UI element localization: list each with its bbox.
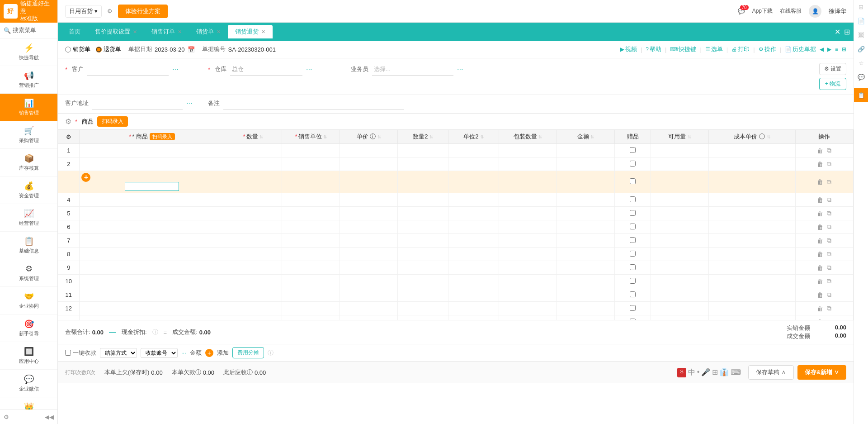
available-cell-3[interactable] bbox=[651, 171, 709, 193]
copy-row-6[interactable]: ⧉ bbox=[827, 223, 831, 231]
gift-cell-6[interactable] bbox=[615, 220, 651, 234]
gift-cell-3[interactable] bbox=[615, 171, 651, 193]
available-cell-4[interactable] bbox=[651, 193, 709, 207]
sidebar-item-enterprise[interactable]: 🤝企业协同 bbox=[0, 287, 57, 314]
qty-cell-8[interactable] bbox=[224, 248, 282, 261]
unit2-cell-10[interactable] bbox=[448, 275, 499, 288]
address-ellipsis-btn[interactable]: ··· bbox=[186, 99, 192, 107]
copy-row-7[interactable]: ⧉ bbox=[827, 237, 831, 244]
qty-cell-1[interactable] bbox=[224, 144, 282, 157]
amount-cell-5[interactable] bbox=[557, 207, 615, 220]
unit-cell-1[interactable] bbox=[282, 144, 340, 157]
price-cell-7[interactable] bbox=[340, 234, 398, 248]
product-cell-7[interactable] bbox=[80, 234, 224, 248]
cost-cell-1[interactable] bbox=[708, 144, 795, 157]
unit2-cell-8[interactable] bbox=[448, 248, 499, 261]
col-gear[interactable]: ⚙ bbox=[58, 130, 80, 144]
qty2-cell-4[interactable] bbox=[398, 193, 448, 207]
account-select[interactable]: 收款账号 bbox=[141, 348, 178, 358]
minus-icon[interactable]: — bbox=[109, 328, 116, 336]
product-cell-4[interactable] bbox=[80, 193, 224, 207]
delete-row-10[interactable]: 🗑 bbox=[817, 277, 823, 285]
packqty-cell-12[interactable] bbox=[499, 302, 557, 315]
amount-cell-3[interactable] bbox=[557, 171, 615, 193]
address-input[interactable] bbox=[92, 97, 183, 110]
copy-row-12[interactable]: ⧉ bbox=[827, 305, 831, 312]
packqty-cell-2[interactable] bbox=[499, 157, 557, 171]
amount-cell-9[interactable] bbox=[557, 261, 615, 275]
close-tab-sales-return[interactable]: ✕ bbox=[261, 29, 265, 35]
price-cell-10[interactable] bbox=[340, 275, 398, 288]
taskbar-icon6[interactable]: ⌨ bbox=[731, 368, 741, 377]
save-draft-btn[interactable]: 保存草稿 ∧ bbox=[748, 365, 794, 380]
tab-home[interactable]: 首页 bbox=[61, 25, 88, 38]
cost-cell-4[interactable] bbox=[708, 193, 795, 207]
cost-cell-13[interactable] bbox=[708, 315, 795, 320]
copy-row-1[interactable]: ⧉ bbox=[827, 147, 831, 154]
unit2-cell-5[interactable] bbox=[448, 207, 499, 220]
product-cell-3[interactable]: + bbox=[80, 171, 224, 193]
unit2-cell-13[interactable] bbox=[448, 315, 499, 320]
packqty-cell-11[interactable] bbox=[499, 288, 557, 302]
price-cell-6[interactable] bbox=[340, 220, 398, 234]
sidebar-item-quick-nav[interactable]: ⚡快捷导航 bbox=[0, 38, 57, 66]
next-btn[interactable]: ▶ bbox=[827, 46, 831, 52]
delete-row-3[interactable]: 🗑 bbox=[817, 178, 823, 186]
unit-cell-7[interactable] bbox=[282, 234, 340, 248]
copy-row-10[interactable]: ⧉ bbox=[827, 277, 831, 285]
rp-icon-2[interactable]: 📄 bbox=[858, 18, 865, 24]
delete-row-2[interactable]: 🗑 bbox=[817, 160, 823, 168]
price-cell-5[interactable] bbox=[340, 207, 398, 220]
qty2-cell-10[interactable] bbox=[398, 275, 448, 288]
delete-row-4[interactable]: 🗑 bbox=[817, 196, 823, 204]
available-cell-1[interactable] bbox=[651, 144, 709, 157]
sidebar-item-wechat[interactable]: 💬企业微信 bbox=[0, 370, 57, 397]
customer-ellipsis-btn[interactable]: ··· bbox=[172, 65, 178, 73]
price-cell-2[interactable] bbox=[340, 157, 398, 171]
qty-cell-9[interactable] bbox=[224, 261, 282, 275]
delete-row-5[interactable]: 🗑 bbox=[817, 210, 823, 217]
scan-btn[interactable]: 扫码录入 bbox=[97, 116, 128, 127]
tab-sales-delivery[interactable]: 销货单 ✕ bbox=[189, 25, 228, 38]
amount-cell-6[interactable] bbox=[557, 220, 615, 234]
gift-cell-10[interactable] bbox=[615, 275, 651, 288]
available-cell-8[interactable] bbox=[651, 248, 709, 261]
salesperson-ellipsis-btn[interactable]: ··· bbox=[457, 65, 463, 73]
amount-cell-4[interactable] bbox=[557, 193, 615, 207]
amount-cell-13[interactable] bbox=[557, 315, 615, 320]
sidebar-item-marketing[interactable]: 📢营销推广 bbox=[0, 66, 57, 94]
rp-icon-3[interactable]: 🖼 bbox=[858, 32, 864, 38]
amount-cell-10[interactable] bbox=[557, 275, 615, 288]
rp-icon-5[interactable]: ☆ bbox=[859, 60, 864, 67]
sidebar-item-sales[interactable]: 📊销售管理 bbox=[0, 94, 57, 121]
copy-row-4[interactable]: ⧉ bbox=[827, 196, 831, 204]
available-cell-5[interactable] bbox=[651, 207, 709, 220]
qty-cell-11[interactable] bbox=[224, 288, 282, 302]
amount-cell-7[interactable] bbox=[557, 234, 615, 248]
maximize-tab[interactable]: ⊞ bbox=[844, 28, 850, 36]
product-cell-9[interactable] bbox=[80, 261, 224, 275]
packqty-cell-6[interactable] bbox=[499, 220, 557, 234]
unit2-cell-9[interactable] bbox=[448, 261, 499, 275]
close-tab-price-settings[interactable]: ✕ bbox=[133, 29, 137, 35]
qty-cell-5[interactable] bbox=[224, 207, 282, 220]
unit-cell-3[interactable] bbox=[282, 171, 340, 193]
taskbar-icon5[interactable]: 👔 bbox=[720, 368, 729, 377]
amount-cell-1[interactable] bbox=[557, 144, 615, 157]
message-btn[interactable]: 💬 70 bbox=[738, 8, 745, 14]
delete-row-7[interactable]: 🗑 bbox=[817, 237, 823, 244]
qty2-cell-3[interactable] bbox=[398, 171, 448, 193]
unit-cell-6[interactable] bbox=[282, 220, 340, 234]
calendar-icon[interactable]: 📅 bbox=[188, 46, 195, 53]
delete-row-6[interactable]: 🗑 bbox=[817, 223, 823, 231]
qty2-cell-11[interactable] bbox=[398, 288, 448, 302]
product-cell-11[interactable] bbox=[80, 288, 224, 302]
qty-cell-12[interactable] bbox=[224, 302, 282, 315]
sidebar-item-operations[interactable]: 📈经营管理 bbox=[0, 204, 57, 232]
cost-cell-7[interactable] bbox=[708, 234, 795, 248]
product-cell-6[interactable] bbox=[80, 220, 224, 234]
taskbar-icon2[interactable]: • bbox=[697, 368, 700, 377]
salesperson-input[interactable]: 选择... bbox=[372, 63, 453, 76]
delete-row-11[interactable]: 🗑 bbox=[817, 291, 823, 299]
unit-cell-4[interactable] bbox=[282, 193, 340, 207]
